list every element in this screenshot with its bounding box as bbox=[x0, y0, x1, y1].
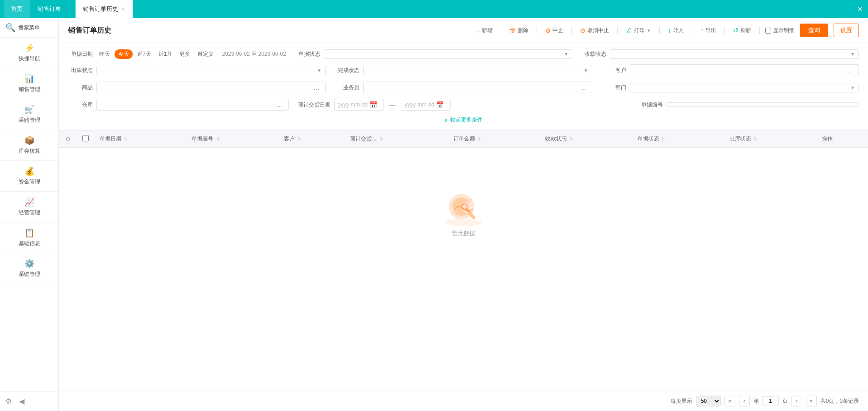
th-order-no-label: 单据编号 bbox=[192, 135, 213, 142]
export-button[interactable]: ↑ 导出 bbox=[698, 25, 719, 36]
th-order-no-sort[interactable]: ⇅ bbox=[216, 136, 220, 141]
setting-button[interactable]: 设置 bbox=[834, 24, 859, 37]
th-bill-status-sort[interactable]: ⇅ bbox=[662, 136, 665, 141]
collapse-icon: ∧ bbox=[444, 117, 448, 123]
goods-select[interactable]: … bbox=[96, 82, 326, 93]
sidebar-item-operation[interactable]: 📈 经营管理 bbox=[0, 192, 58, 222]
delivery-date-from-text: yyyy-mm-dd bbox=[338, 102, 368, 108]
stop-label: 中止 bbox=[552, 27, 563, 34]
current-page-input[interactable] bbox=[762, 396, 779, 406]
query-button[interactable]: 查询 bbox=[800, 24, 828, 37]
date-btn-1month[interactable]: 近1月 bbox=[156, 49, 175, 59]
receipt-status-label: 收款状态 bbox=[581, 50, 606, 58]
th-receipt-status-sort[interactable]: ⇅ bbox=[569, 136, 573, 141]
sidebar-search[interactable]: 🔍 搜索菜单 bbox=[0, 18, 58, 38]
sales-icon: 📊 bbox=[24, 74, 34, 84]
sidebar-item-basic[interactable]: 📋 基础信息 bbox=[0, 222, 58, 253]
sidebar-item-finance[interactable]: 💰 资金管理 bbox=[0, 161, 58, 192]
total-label: 共0页，0条记录 bbox=[820, 397, 859, 405]
tab-sales-order-label: 销售订单 bbox=[38, 5, 61, 13]
page-size-select[interactable]: 50 10 20 100 bbox=[696, 396, 721, 406]
date-btn-yesterday[interactable]: 昨天 bbox=[96, 49, 113, 59]
th-stock-status: 出库状态 ⇅ bbox=[724, 131, 816, 148]
warehouse-select[interactable]: … bbox=[96, 99, 289, 111]
complete-select[interactable]: ▼ bbox=[363, 66, 592, 75]
salesman-select[interactable]: … bbox=[363, 82, 592, 93]
th-date-sort[interactable]: ⇅ bbox=[124, 136, 127, 141]
calendar-icon-from: 📅 bbox=[369, 101, 377, 108]
customer-more-icon[interactable]: … bbox=[845, 67, 855, 74]
select-all-checkbox[interactable] bbox=[82, 135, 89, 141]
th-stock-status-sort[interactable]: ⇅ bbox=[753, 136, 757, 141]
date-btn-7days[interactable]: 近7天 bbox=[134, 49, 154, 59]
sidebar: 🔍 搜索菜单 ⚡ 快捷导航 📊 销售管理 🛒 采购管理 📦 库存核算 💰 资金管… bbox=[0, 18, 59, 411]
th-settings[interactable]: ⚙ bbox=[59, 131, 77, 148]
date-range-text: 2023-06-02 至 2023-06-02 bbox=[222, 50, 286, 58]
outstock-select[interactable]: ▼ bbox=[96, 66, 326, 75]
sidebar-collapse-icon[interactable]: ◀ bbox=[19, 397, 24, 406]
sidebar-item-quick-nav-label: 快捷导航 bbox=[19, 55, 40, 63]
delivery-date-to[interactable]: yyyy-mm-dd 📅 bbox=[401, 99, 451, 111]
customer-select[interactable]: … bbox=[630, 64, 859, 76]
prev-page-button[interactable]: ‹ bbox=[739, 396, 750, 406]
outstock-label: 出库状态 bbox=[68, 67, 93, 74]
tab-sales-order-close[interactable]: × bbox=[65, 6, 68, 12]
th-receipt-status-label: 收款状态 bbox=[545, 135, 567, 142]
collapse-button[interactable]: ∧ 收起更多条件 bbox=[444, 116, 483, 124]
bill-status-select[interactable]: ▼ bbox=[324, 49, 573, 59]
import-button[interactable]: ↓ 导入 bbox=[665, 25, 686, 36]
th-checkbox[interactable] bbox=[77, 131, 94, 148]
filter-outstock-item: 出库状态 ▼ bbox=[68, 66, 326, 75]
th-bill-status: 单据状态 ⇅ bbox=[632, 131, 724, 148]
page-word-pre: 第 bbox=[753, 397, 759, 405]
last-page-button[interactable]: » bbox=[806, 396, 817, 406]
salesman-label: 业务员 bbox=[335, 84, 360, 92]
display-toggle[interactable]: 显示明细 bbox=[765, 27, 795, 34]
print-button[interactable]: 🖨 打印 ▼ bbox=[623, 25, 654, 36]
warehouse-more-icon[interactable]: … bbox=[275, 101, 285, 108]
filter-complete-item: 完成状态 ▼ bbox=[335, 66, 592, 75]
add-button[interactable]: + 新增 bbox=[473, 25, 495, 36]
th-customer-sort[interactable]: ⇅ bbox=[297, 136, 301, 141]
sidebar-item-system[interactable]: ⚙️ 系统管理 bbox=[0, 253, 58, 284]
filter-customer-item: 客户 … bbox=[601, 64, 859, 76]
inventory-icon: 📦 bbox=[24, 135, 34, 145]
sidebar-settings-icon[interactable]: ⚙ bbox=[5, 397, 12, 406]
display-toggle-checkbox[interactable] bbox=[765, 28, 771, 34]
window-close-button[interactable]: × bbox=[856, 3, 864, 16]
top-bar: 首页 销售订单 × 销售订单历史 × × bbox=[0, 0, 868, 18]
department-arrow: ▼ bbox=[850, 85, 855, 90]
salesman-more-icon[interactable]: … bbox=[578, 84, 588, 91]
first-page-button[interactable]: « bbox=[724, 396, 735, 406]
first-page-icon: « bbox=[728, 398, 731, 404]
sidebar-item-sales[interactable]: 📊 销售管理 bbox=[0, 68, 58, 99]
tab-sales-order-history-close[interactable]: × bbox=[122, 6, 125, 12]
empty-state: 暂无数据 bbox=[59, 148, 868, 274]
sidebar-item-quick-nav[interactable]: ⚡ 快捷导航 bbox=[0, 38, 58, 68]
refresh-button[interactable]: ↺ 刷新 bbox=[730, 25, 754, 36]
th-delivery-sort[interactable]: ⇅ bbox=[379, 136, 383, 141]
tab-sales-order-history[interactable]: 销售订单历史 × bbox=[76, 0, 133, 18]
sidebar-item-purchase[interactable]: 🛒 采购管理 bbox=[0, 99, 58, 130]
empty-illustration bbox=[436, 184, 491, 229]
stop-button[interactable]: ⊘ 中止 bbox=[542, 25, 566, 36]
outstock-arrow: ▼ bbox=[317, 68, 321, 73]
tab-home[interactable]: 首页 bbox=[4, 0, 30, 18]
department-select[interactable]: ▼ bbox=[630, 83, 859, 92]
delete-button[interactable]: 🗑 删除 bbox=[507, 25, 531, 36]
date-btn-more[interactable]: 更多 bbox=[177, 49, 193, 59]
department-label: 部门 bbox=[601, 84, 626, 92]
cancel-stop-button[interactable]: ⊘ 取消中止 bbox=[577, 25, 612, 36]
next-page-button[interactable]: › bbox=[791, 396, 802, 406]
date-btn-today[interactable]: 今天 bbox=[115, 49, 133, 59]
main-layout: 🔍 搜索菜单 ⚡ 快捷导航 📊 销售管理 🛒 采购管理 📦 库存核算 💰 资金管… bbox=[0, 18, 868, 411]
sidebar-item-inventory[interactable]: 📦 库存核算 bbox=[0, 130, 58, 161]
tab-sales-order[interactable]: 销售订单 × bbox=[30, 0, 76, 18]
receipt-status-select[interactable]: ▼ bbox=[610, 49, 859, 59]
settings-icon[interactable]: ⚙ bbox=[66, 136, 71, 142]
delivery-date-from[interactable]: yyyy-mm-dd 📅 bbox=[334, 99, 384, 111]
th-amount-sort[interactable]: ⇅ bbox=[477, 136, 481, 141]
date-btn-custom[interactable]: 自定义 bbox=[195, 49, 216, 59]
goods-more-icon[interactable]: … bbox=[312, 84, 321, 91]
order-no-input[interactable] bbox=[667, 102, 859, 107]
